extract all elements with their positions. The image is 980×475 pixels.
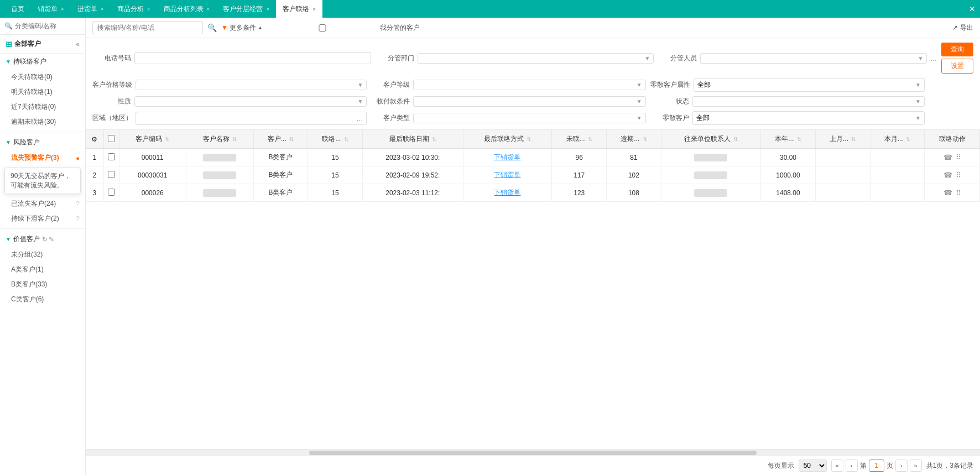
- customer-grade-select[interactable]: ▼: [413, 80, 645, 90]
- more-dots-icon[interactable]: ...: [357, 114, 363, 123]
- region-select[interactable]: ...: [135, 112, 367, 125]
- th-checkbox[interactable]: [103, 130, 119, 149]
- close-icon[interactable]: ×: [101, 6, 104, 12]
- sort-icon: ⇅: [797, 136, 801, 142]
- more-action-icon[interactable]: ⠿: [956, 189, 961, 197]
- sidebar-item-week[interactable]: 近7天待联络(0): [0, 100, 85, 114]
- row-last-method[interactable]: 下销货单: [463, 149, 552, 166]
- payment-select[interactable]: ▼: [413, 96, 645, 107]
- tab-customer-tier[interactable]: 客户分层经营 ×: [216, 0, 276, 18]
- th-customer-type[interactable]: 客户... ⇅: [253, 130, 308, 149]
- tab-home[interactable]: 首页: [4, 0, 31, 18]
- table-row: 3 000026 B类客户 15 2023-02-03 11:12: 下销货单 …: [86, 184, 980, 202]
- filter-dept: 分管部门 ▼: [376, 53, 654, 64]
- sidebar-item-tomorrow[interactable]: 明天待联络(1): [0, 85, 85, 100]
- row-last-method[interactable]: 下销货单: [463, 166, 552, 184]
- search-button[interactable]: 🔍: [207, 23, 217, 32]
- row-select-checkbox[interactable]: [108, 189, 115, 196]
- row-checkbox[interactable]: [103, 184, 119, 202]
- first-page-button[interactable]: «: [831, 460, 843, 472]
- retail-select[interactable]: 全部 ▼: [692, 111, 925, 125]
- sidebar-item-class-a[interactable]: A类客户(1): [0, 262, 85, 277]
- th-overdue[interactable]: 逾期... ⇅: [607, 130, 661, 149]
- th-this-year[interactable]: 本年... ⇅: [761, 130, 816, 149]
- close-icon[interactable]: ×: [207, 6, 210, 12]
- edit-icon[interactable]: ✎: [49, 236, 54, 243]
- sidebar-item-class-c[interactable]: C类客户(6): [0, 292, 85, 307]
- close-icon[interactable]: ×: [147, 6, 150, 12]
- my-customers-checkbox[interactable]: [267, 24, 378, 32]
- last-page-button[interactable]: »: [910, 460, 922, 472]
- dept-select[interactable]: ▼: [418, 53, 654, 64]
- close-icon[interactable]: ×: [61, 6, 64, 12]
- close-all-button[interactable]: ✕: [969, 4, 976, 13]
- sidebar-section-risk[interactable]: ▼ 风险客户: [0, 134, 85, 150]
- my-customers-filter[interactable]: 我分管的客户: [267, 23, 420, 33]
- th-this-month[interactable]: 本月... ⇅: [870, 130, 925, 149]
- sidebar-item-class-b[interactable]: B类客户(33): [0, 277, 85, 292]
- th-contact-person[interactable]: 往来单位联系人 ⇅: [661, 130, 760, 149]
- row-last-date: 2023-03-02 10:30:: [362, 149, 463, 166]
- settings-button[interactable]: 设置: [941, 59, 973, 74]
- tab-analysis[interactable]: 商品分析 ×: [111, 0, 157, 18]
- nature-select[interactable]: ▼: [134, 96, 367, 107]
- more-dots-button[interactable]: ...: [930, 54, 937, 62]
- search-input[interactable]: [92, 21, 203, 34]
- more-conditions-button[interactable]: ▼ 更多条件 ▲: [221, 23, 263, 33]
- sidebar-section-value[interactable]: ▼ 价值客户 ↻ ✎: [0, 231, 85, 247]
- row-select-checkbox[interactable]: [108, 153, 115, 160]
- select-all-checkbox[interactable]: [108, 135, 115, 142]
- contact-icon[interactable]: ☎: [943, 189, 952, 197]
- sidebar-item-overdue[interactable]: 逾期未联络(30): [0, 114, 85, 129]
- contact-icon[interactable]: ☎: [943, 171, 952, 179]
- sidebar-section-pending[interactable]: ▼ 待联络客户: [0, 54, 85, 70]
- more-action-icon[interactable]: ⠿: [956, 153, 961, 161]
- manager-select[interactable]: ▼: [700, 53, 927, 64]
- price-grade-select[interactable]: ▼: [135, 80, 367, 90]
- th-uncontacted[interactable]: 未联... ⇅: [552, 130, 607, 149]
- row-last-method[interactable]: 下销货单: [463, 184, 552, 202]
- retail-attr-select[interactable]: 全部 ▼: [694, 78, 925, 92]
- query-button[interactable]: 查询: [941, 43, 973, 56]
- tab-sales[interactable]: 销货单 ×: [31, 0, 71, 18]
- manager-label: 分管人员: [658, 54, 697, 63]
- contact-icon[interactable]: ☎: [943, 153, 952, 161]
- tab-purchase[interactable]: 进货单 ×: [71, 0, 111, 18]
- row-select-checkbox[interactable]: [108, 171, 115, 178]
- sidebar-item-churned[interactable]: 已流失客户(24) ?: [0, 196, 85, 211]
- prev-page-button[interactable]: ‹: [846, 460, 858, 472]
- status-select[interactable]: ▼: [692, 96, 925, 107]
- phone-input[interactable]: [134, 52, 371, 64]
- th-contact-count[interactable]: 联络... ⇅: [308, 130, 363, 149]
- sidebar-item-ungrouped[interactable]: 未分组(32): [0, 247, 85, 262]
- customer-type-select[interactable]: ▼: [413, 113, 645, 123]
- more-action-icon[interactable]: ⠿: [956, 171, 961, 179]
- row-checkbox[interactable]: [103, 149, 119, 166]
- sidebar-item-declining[interactable]: 持续下滑客户(2) ?: [0, 211, 85, 226]
- sidebar-search-input[interactable]: [15, 22, 86, 30]
- th-last-method[interactable]: 最后联络方式 ⇅: [463, 130, 552, 149]
- close-icon[interactable]: ×: [266, 6, 269, 12]
- th-last-date[interactable]: 最后联络日期 ⇅: [362, 130, 463, 149]
- close-icon[interactable]: ×: [312, 6, 316, 12]
- tab-customer-contact[interactable]: 客户联络 ×: [276, 0, 322, 18]
- horizontal-scrollbar[interactable]: [86, 449, 980, 456]
- sidebar-item-today[interactable]: 今天待联络(0): [0, 70, 85, 85]
- next-page-button[interactable]: ›: [895, 460, 908, 472]
- row-checkbox[interactable]: [103, 166, 119, 184]
- row-overdue: 81: [607, 149, 661, 166]
- th-name[interactable]: 客户名称 ⇅: [186, 130, 254, 149]
- retail-attr-label: 零散客户属性: [650, 80, 690, 90]
- th-last-month[interactable]: 上月... ⇅: [815, 130, 870, 149]
- tab-analysis-list[interactable]: 商品分析列表 ×: [157, 0, 217, 18]
- refresh-icon[interactable]: ↻: [42, 236, 48, 243]
- page-size-select[interactable]: 50 100 200: [799, 460, 827, 472]
- th-code[interactable]: 客户编码 ⇅: [119, 130, 186, 149]
- scrollbar-thumb[interactable]: [309, 451, 757, 455]
- th-settings[interactable]: ⚙: [86, 130, 103, 149]
- export-button[interactable]: ↗ 导出: [952, 23, 973, 33]
- collapse-sidebar-button[interactable]: «: [76, 40, 80, 48]
- filter-row-1: 电话号码 分管部门 ▼ 分管人员 ▼ ...: [92, 43, 973, 74]
- sidebar-item-churn-warning[interactable]: 流失预警客户(3) ●: [0, 150, 85, 165]
- settings-icon[interactable]: ⚙: [91, 135, 97, 143]
